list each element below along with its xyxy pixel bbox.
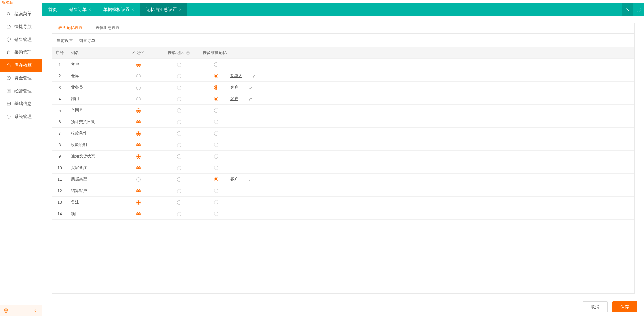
tab-home[interactable]: 首页 [42, 3, 63, 16]
tab-label: 销售订单 [69, 7, 87, 13]
edit-icon[interactable] [249, 97, 253, 101]
cancel-button[interactable]: 取消 [583, 301, 608, 312]
cell-seq: 7 [52, 128, 68, 139]
edit-icon[interactable] [253, 74, 257, 78]
radio-by-bill[interactable] [177, 189, 181, 193]
table-row: 6 预计交货日期 [52, 116, 634, 128]
sidebar-item-basedata[interactable]: 基础信息 [0, 97, 42, 110]
radio-by-bill[interactable] [177, 177, 181, 182]
radio-by-dim[interactable] [214, 74, 218, 78]
sidebar-item-label: 基础信息 [14, 101, 32, 107]
radio-by-dim[interactable] [214, 189, 218, 193]
radio-by-dim[interactable] [214, 85, 218, 90]
table-row: 2 仓库 制单人 [52, 70, 634, 82]
cell-name: 客户 [68, 59, 118, 70]
sidebar-item-quicknav[interactable]: 快捷导航 [0, 20, 42, 33]
radio-by-dim[interactable] [214, 143, 218, 147]
sidebar-item-operation[interactable]: 经营管理 [0, 84, 42, 97]
radio-none[interactable] [136, 131, 141, 136]
radio-none[interactable] [136, 120, 141, 124]
radio-none[interactable] [136, 189, 141, 193]
radio-by-dim[interactable] [214, 108, 218, 113]
cell-seq: 14 [52, 208, 68, 220]
sidebar-item-sales[interactable]: 销售管理 [0, 33, 42, 46]
radio-by-bill[interactable] [177, 200, 181, 205]
radio-by-dim[interactable] [214, 62, 218, 67]
radio-by-bill[interactable] [177, 108, 181, 113]
help-icon[interactable]: ? [186, 51, 190, 55]
save-button[interactable]: 保存 [612, 301, 637, 312]
radio-none[interactable] [136, 74, 141, 78]
tab-bill-template[interactable]: 单据模板设置× [97, 3, 140, 16]
radio-by-dim[interactable] [214, 120, 218, 124]
radio-by-dim[interactable] [214, 154, 218, 159]
radio-by-bill[interactable] [177, 154, 181, 159]
radio-by-bill[interactable] [177, 212, 181, 216]
radio-none[interactable] [136, 200, 141, 205]
main: 首页销售订单×单据模板设置×记忆与汇总设置× 表头记忆设置表体汇总设置 当前设置… [42, 0, 644, 316]
radio-none[interactable] [136, 143, 141, 147]
sidebar-item-purchase[interactable]: 采购管理 [0, 46, 42, 59]
radio-by-dim[interactable] [214, 177, 218, 181]
dimension-link[interactable]: 客户 [230, 176, 238, 182]
cell-name: 收款说明 [68, 139, 118, 151]
dimension-link[interactable]: 客户 [230, 96, 238, 102]
sidebar-item-finance[interactable]: 资金管理 [0, 72, 42, 84]
svg-point-0 [7, 12, 10, 15]
sidebar-item-label: 库存核算 [14, 62, 32, 68]
radio-none[interactable] [136, 212, 141, 216]
table-row: 12 结算客户 [52, 185, 634, 197]
radio-by-bill[interactable] [177, 74, 181, 78]
sidebar-item-label: 搜索菜单 [14, 11, 32, 17]
settings-gear-icon[interactable] [3, 308, 9, 313]
radio-by-bill[interactable] [177, 97, 181, 101]
radio-none[interactable] [136, 154, 141, 159]
tab-sales-order[interactable]: 销售订单× [63, 3, 97, 16]
edit-icon[interactable] [249, 177, 253, 181]
tabbar-fullscreen-button[interactable] [633, 3, 644, 16]
radio-by-dim[interactable] [214, 166, 218, 170]
cell-name: 部门 [68, 93, 118, 105]
cell-seq: 13 [52, 197, 68, 208]
sidebar-collapse-icon[interactable] [33, 308, 38, 313]
th-by-dim: 按多维度记忆 [199, 47, 634, 59]
radio-by-dim[interactable] [214, 200, 218, 204]
radio-by-bill[interactable] [177, 143, 181, 147]
radio-by-bill[interactable] [177, 63, 181, 67]
th-none: 不记忆 [118, 47, 159, 59]
sidebar-item-search-icon [6, 11, 11, 17]
radio-none[interactable] [136, 63, 141, 67]
radio-by-bill[interactable] [177, 166, 181, 170]
table-row: 9 通知发货状态 [52, 151, 634, 162]
cell-name: 备注 [68, 197, 118, 208]
radio-by-dim[interactable] [214, 131, 218, 136]
tab-close-icon[interactable]: × [89, 7, 91, 12]
radio-none[interactable] [136, 97, 141, 101]
cell-name: 合同号 [68, 105, 118, 116]
radio-by-dim[interactable] [214, 97, 218, 101]
edit-icon[interactable] [249, 86, 253, 90]
tab-close-icon[interactable]: × [179, 7, 181, 12]
sidebar-item-system[interactable]: 系统管理 [0, 110, 42, 123]
tab-close-icon[interactable]: × [132, 7, 134, 12]
current-setting-label: 当前设置： [57, 38, 77, 44]
radio-none[interactable] [136, 108, 141, 113]
radio-by-bill[interactable] [177, 120, 181, 124]
radio-none[interactable] [136, 166, 141, 170]
table-row: 14 项目 [52, 208, 634, 220]
dimension-link[interactable]: 制单人 [230, 73, 242, 79]
radio-none[interactable] [136, 86, 141, 90]
dimension-link[interactable]: 客户 [230, 84, 238, 90]
sidebar-item-inventory[interactable]: 库存核算 [0, 59, 42, 72]
subtab-body-summary[interactable]: 表体汇总设置 [89, 23, 126, 33]
cell-seq: 6 [52, 116, 68, 128]
radio-by-bill[interactable] [177, 131, 181, 136]
tabbar-close-all-button[interactable] [622, 3, 633, 16]
radio-by-bill[interactable] [177, 86, 181, 90]
svg-point-4 [7, 115, 11, 119]
tab-memory-summary[interactable]: 记忆与汇总设置× [140, 3, 187, 16]
radio-none[interactable] [136, 177, 141, 182]
radio-by-dim[interactable] [214, 212, 218, 216]
subtab-header-memory[interactable]: 表头记忆设置 [52, 23, 89, 33]
sidebar-item-search[interactable]: 搜索菜单 [0, 7, 42, 20]
